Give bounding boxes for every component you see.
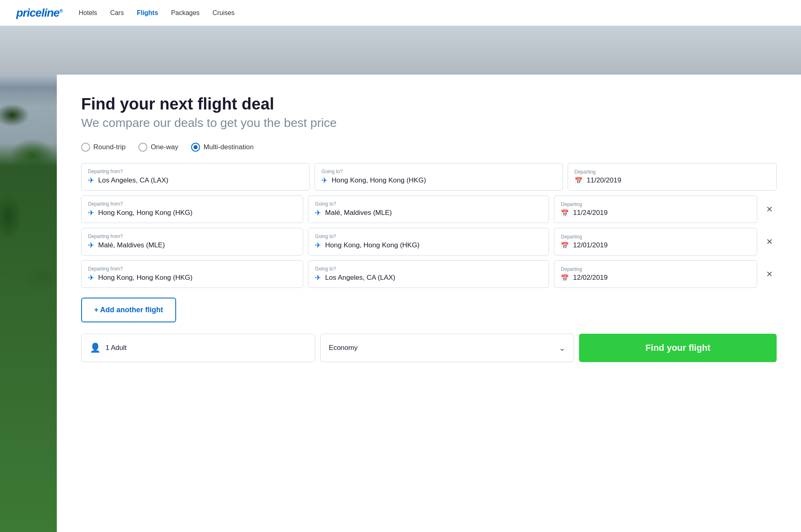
from-field-4[interactable]: Departing from? Hong Kong, Hong Kong (HK… — [81, 260, 303, 288]
remove-flight-3[interactable]: ✕ — [762, 228, 777, 255]
date-label-1: Departing — [575, 169, 770, 175]
to-field-1[interactable]: Going to? Hong Kong, Hong Kong (HKG) — [314, 163, 562, 191]
plane-icon-to-3 — [315, 241, 321, 250]
content-panel: Find your next flight deal We compare ou… — [57, 75, 801, 532]
plane-icon-from-4 — [88, 273, 94, 282]
date-value-2: 11/24/2019 — [561, 209, 750, 217]
radio-label-round-trip: Round-trip — [93, 143, 125, 151]
from-label-2: Departing from? — [88, 201, 296, 207]
page-title: Find your next flight deal — [81, 95, 777, 113]
nav-packages[interactable]: Packages — [171, 9, 200, 17]
hero-bg — [0, 26, 801, 75]
find-flight-button[interactable]: Find your flight — [579, 334, 777, 362]
to-field-3[interactable]: Going to? Hong Kong, Hong Kong (HKG) — [308, 228, 549, 255]
radio-circle-multi-destination — [191, 143, 200, 152]
plane-icon-from-3 — [88, 241, 94, 250]
logo-sup: ® — [59, 8, 62, 13]
date-label-3: Departing — [561, 234, 750, 240]
to-value-4: Los Angeles, CA (LAX) — [315, 273, 542, 282]
main-nav: Hotels Cars Flights Packages Cruises — [79, 9, 235, 17]
logo-text: priceline — [16, 6, 59, 19]
adults-text: 1 Adult — [106, 344, 127, 352]
date-label-2: Departing — [561, 202, 750, 207]
add-another-flight-button[interactable]: + Add another flight — [81, 298, 176, 322]
calendar-icon-4 — [561, 274, 569, 282]
chevron-down-icon: ⌄ — [559, 343, 566, 353]
to-value-2: Malé, Maldives (MLE) — [315, 208, 542, 217]
plane-icon-to-2 — [315, 208, 321, 217]
main-container: Find your next flight deal We compare ou… — [0, 75, 801, 532]
remove-flight-4[interactable]: ✕ — [762, 260, 777, 288]
plane-icon-from-1 — [88, 176, 94, 185]
from-field-1[interactable]: Departing from? Los Angeles, CA (LAX) — [81, 163, 310, 191]
bottom-row: 1 Adult Economy ⌄ Find your flight — [81, 334, 777, 362]
trip-type-row: Round-trip One-way Multi-destination — [81, 143, 777, 152]
nav-cars[interactable]: Cars — [110, 9, 124, 17]
flight-row-4: Departing from? Hong Kong, Hong Kong (HK… — [81, 260, 777, 288]
remove-flight-2[interactable]: ✕ — [762, 195, 777, 223]
from-value-4: Hong Kong, Hong Kong (HKG) — [88, 273, 296, 282]
plane-icon-from-2 — [88, 208, 94, 217]
to-label-2: Going to? — [315, 201, 542, 207]
calendar-icon-1 — [575, 176, 583, 185]
to-value-3: Hong Kong, Hong Kong (HKG) — [315, 241, 542, 250]
cabin-value: Economy — [329, 344, 357, 352]
nature-sidebar — [0, 75, 57, 532]
date-value-4: 12/02/2019 — [561, 274, 750, 282]
to-label-4: Going to? — [315, 266, 542, 272]
to-field-2[interactable]: Going to? Malé, Maldives (MLE) — [308, 195, 549, 223]
radio-label-multi-destination: Multi-destination — [203, 143, 254, 151]
nav-hotels[interactable]: Hotels — [79, 9, 97, 17]
to-field-4[interactable]: Going to? Los Angeles, CA (LAX) — [308, 260, 549, 288]
from-field-3[interactable]: Departing from? Malé, Maldives (MLE) — [81, 228, 303, 255]
flights-grid: Departing from? Los Angeles, CA (LAX) Go… — [81, 163, 777, 288]
date-value-3: 12/01/2019 — [561, 241, 750, 250]
to-label-3: Going to? — [315, 234, 542, 239]
flight-row-2: Departing from? Hong Kong, Hong Kong (HK… — [81, 195, 777, 223]
radio-multi-destination[interactable]: Multi-destination — [191, 143, 254, 152]
person-icon — [90, 343, 101, 353]
adults-selector[interactable]: 1 Adult — [81, 334, 315, 362]
from-label-3: Departing from? — [88, 234, 296, 239]
logo[interactable]: priceline® — [16, 6, 62, 19]
calendar-icon-2 — [561, 209, 569, 217]
radio-label-one-way: One-way — [151, 143, 178, 151]
from-value-2: Hong Kong, Hong Kong (HKG) — [88, 208, 296, 217]
radio-one-way[interactable]: One-way — [138, 143, 178, 152]
date-value-1: 11/20/2019 — [575, 176, 770, 185]
date-field-2[interactable]: Departing 11/24/2019 — [554, 195, 757, 223]
date-field-3[interactable]: Departing 12/01/2019 — [554, 228, 757, 255]
cabin-class-selector[interactable]: Economy ⌄ — [320, 334, 574, 362]
date-field-1[interactable]: Departing 11/20/2019 — [568, 163, 777, 191]
from-label-4: Departing from? — [88, 266, 296, 272]
plane-icon-to-4 — [315, 273, 321, 282]
date-label-4: Departing — [561, 266, 750, 272]
from-value-1: Los Angeles, CA (LAX) — [88, 176, 303, 185]
nav-flights[interactable]: Flights — [137, 9, 158, 17]
header: priceline® Hotels Cars Flights Packages … — [0, 0, 801, 26]
from-field-2[interactable]: Departing from? Hong Kong, Hong Kong (HK… — [81, 195, 303, 223]
flight-row-3: Departing from? Malé, Maldives (MLE) Goi… — [81, 228, 777, 255]
radio-round-trip[interactable]: Round-trip — [81, 143, 125, 152]
plane-icon-to-1 — [321, 176, 327, 185]
nav-cruises[interactable]: Cruises — [213, 9, 235, 17]
to-label-1: Going to? — [321, 169, 556, 174]
radio-circle-round-trip — [81, 143, 90, 152]
date-field-4[interactable]: Departing 12/02/2019 — [554, 260, 757, 288]
to-value-1: Hong Kong, Hong Kong (HKG) — [321, 176, 556, 185]
radio-circle-one-way — [138, 143, 147, 152]
from-value-3: Malé, Maldives (MLE) — [88, 241, 296, 250]
flight-row-1: Departing from? Los Angeles, CA (LAX) Go… — [81, 163, 777, 191]
page-subtitle: We compare our deals to get you the best… — [81, 116, 777, 130]
from-label-1: Departing from? — [88, 169, 303, 174]
calendar-icon-3 — [561, 241, 569, 250]
